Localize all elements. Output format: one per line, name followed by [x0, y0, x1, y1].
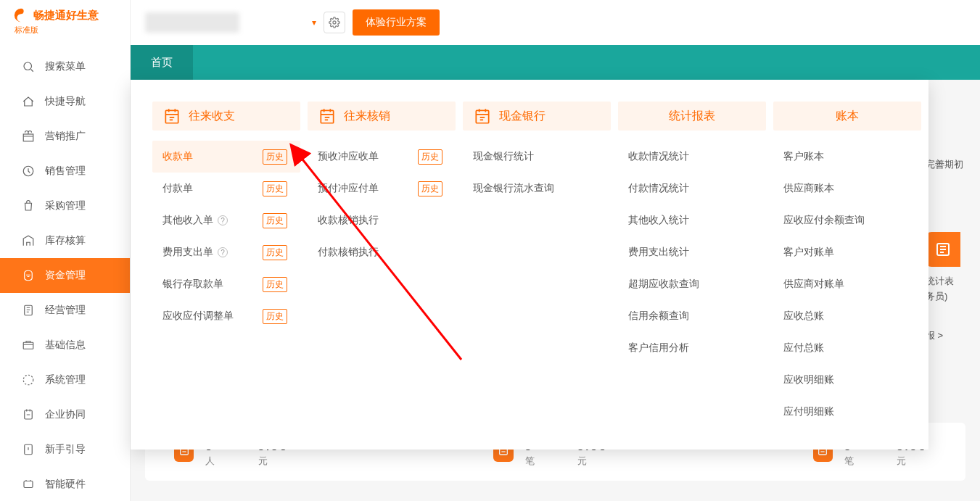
right-strip: 完善期初 统计表务员) 报 > [926, 80, 980, 370]
mega-column-3: 统计报表收款情况统计付款情况统计其他收入统计费用支出统计超期应收款查询信用余额查… [618, 102, 773, 428]
doc-icon [473, 107, 492, 125]
mega-item-label: 应收应付调整单 [162, 310, 234, 323]
float-action-button[interactable] [926, 232, 960, 267]
topbar: ▾ 体验行业方案 [131, 0, 980, 45]
mega-item-label: 收款单 [162, 150, 193, 163]
mega-item[interactable]: 客户账本 [773, 141, 921, 173]
mega-item[interactable]: 应收明细账 [773, 364, 921, 396]
mega-item-label: 付款情况统计 [628, 182, 689, 195]
mega-item-label: 现金银行统计 [473, 150, 534, 163]
sidebar-item-0[interactable]: 搜索菜单 [0, 49, 130, 84]
mega-item[interactable]: 应收应付余额查询 [773, 204, 921, 236]
history-tag[interactable]: 历史 [263, 309, 287, 324]
stat-value-unit: 元 [577, 455, 587, 466]
history-tag[interactable]: 历史 [263, 149, 287, 165]
history-tag[interactable]: 历史 [263, 213, 287, 228]
logo-area: 畅捷通好生意 标准版 [0, 0, 130, 44]
mega-item[interactable]: 客户对账单 [773, 236, 921, 268]
history-tag[interactable]: 历史 [418, 149, 442, 165]
history-tag[interactable]: 历史 [263, 277, 287, 292]
mega-item[interactable]: 收款情况统计 [618, 141, 766, 173]
svg-rect-3 [25, 305, 33, 315]
mega-item[interactable]: 付款情况统计 [618, 173, 766, 204]
doc-icon [162, 107, 181, 125]
mega-item-label: 应收总账 [783, 310, 824, 323]
mega-item-label: 付款核销执行 [318, 246, 379, 259]
sidebar-item-7[interactable]: 经营管理 [0, 293, 130, 328]
sidebar-item-3[interactable]: 销售管理 [0, 154, 130, 189]
perfect-init-link[interactable]: 完善期初 [926, 158, 963, 171]
mega-item[interactable]: 付款核销执行 [308, 236, 456, 268]
mega-item[interactable]: 超期应收款查询 [618, 268, 766, 300]
sidebar-item-6[interactable]: 资金管理 [0, 258, 130, 293]
mega-item[interactable]: 预收冲应收单历史 [308, 141, 456, 173]
mega-item[interactable]: 预付冲应付单历史 [308, 173, 456, 204]
svg-point-0 [24, 62, 32, 70]
mega-item[interactable]: 银行存取款单历史 [152, 268, 300, 300]
mega-item[interactable]: 收款核销执行 [308, 204, 456, 236]
stat-table-text: 统计表务员) [926, 274, 954, 305]
mega-item[interactable]: 现金银行统计 [463, 141, 611, 173]
sidebar: 畅捷通好生意 标准版 搜索菜单快捷导航营销推广销售管理采购管理库存核算资金管理经… [0, 0, 131, 501]
mega-item-label: 应收明细账 [783, 373, 834, 386]
mega-item[interactable]: 其他收入单?历史 [152, 204, 300, 236]
mega-column-title: 现金银行 [499, 109, 545, 124]
mega-item[interactable]: 供应商对账单 [773, 268, 921, 300]
sidebar-item-9[interactable]: 系统管理 [0, 363, 130, 397]
mega-item-label: 供应商对账单 [783, 278, 844, 291]
mega-item[interactable]: 收款单历史 [152, 141, 300, 173]
history-tag[interactable]: 历史 [418, 181, 442, 196]
mega-item[interactable]: 应收总账 [773, 300, 921, 332]
menu-icon [22, 60, 35, 73]
mega-column-0: 往来收支收款单历史付款单历史其他收入单?历史费用支出单?历史银行存取款单历史应收… [152, 102, 308, 428]
chevron-down-icon[interactable]: ▾ [312, 17, 316, 28]
mega-item[interactable]: 费用支出单?历史 [152, 236, 300, 268]
gear-icon[interactable] [324, 12, 345, 33]
mega-item[interactable]: 应付明细账 [773, 396, 921, 428]
mega-item[interactable]: 付款单历史 [152, 173, 300, 204]
mega-column-header: 统计报表 [618, 102, 766, 131]
sidebar-item-label: 搜索菜单 [45, 60, 86, 73]
mega-item[interactable]: 其他收入统计 [618, 204, 766, 236]
history-tag[interactable]: 历史 [263, 245, 287, 260]
tabbar: 首页 [131, 45, 980, 80]
mega-column-header: 往来收支 [152, 102, 300, 131]
menu-icon [22, 199, 35, 212]
sidebar-item-10[interactable]: 企业协同 [0, 397, 130, 432]
svg-rect-11 [165, 110, 178, 123]
history-tag[interactable]: 历史 [263, 181, 287, 196]
sidebar-item-1[interactable]: 快捷导航 [0, 84, 130, 119]
tab-home[interactable]: 首页 [131, 45, 193, 80]
sidebar-item-12[interactable]: 智能硬件 [0, 467, 130, 501]
sidebar-item-11[interactable]: 新手引导 [0, 432, 130, 467]
menu-icon [22, 234, 35, 247]
mega-item[interactable]: 客户信用分析 [618, 332, 766, 364]
menu-icon [22, 443, 35, 456]
mega-item[interactable]: 应收应付调整单历史 [152, 300, 300, 332]
mega-item[interactable]: 费用支出统计 [618, 236, 766, 268]
mega-item[interactable]: 现金银行流水查询 [463, 173, 611, 204]
sidebar-item-2[interactable]: 营销推广 [0, 119, 130, 154]
mega-item[interactable]: 信用余额查询 [618, 300, 766, 332]
svg-point-9 [333, 21, 336, 24]
help-icon[interactable]: ? [218, 247, 228, 257]
mega-item-label: 信用余额查询 [628, 310, 689, 323]
menu-icon [22, 165, 35, 178]
mega-item[interactable]: 应付总账 [773, 332, 921, 364]
mega-column-title: 往来收支 [189, 109, 235, 124]
sidebar-item-5[interactable]: 库存核算 [0, 223, 130, 258]
mega-item-label: 其他收入单? [162, 214, 228, 227]
menu-icon [22, 478, 35, 491]
sidebar-item-label: 采购管理 [45, 199, 86, 212]
experience-button[interactable]: 体验行业方案 [353, 9, 440, 36]
sidebar-item-label: 系统管理 [45, 373, 86, 386]
mega-column-title: 往来核销 [344, 109, 390, 124]
help-icon[interactable]: ? [218, 215, 228, 225]
mega-column-2: 现金银行现金银行统计现金银行流水查询 [463, 102, 618, 428]
sidebar-item-4[interactable]: 采购管理 [0, 189, 130, 223]
sidebar-item-label: 快捷导航 [45, 95, 86, 108]
sidebar-item-8[interactable]: 基础信息 [0, 328, 130, 363]
mega-item-label: 现金银行流水查询 [473, 182, 554, 195]
mega-item[interactable]: 供应商账本 [773, 173, 921, 204]
stat-count-unit: 人 [205, 455, 215, 466]
